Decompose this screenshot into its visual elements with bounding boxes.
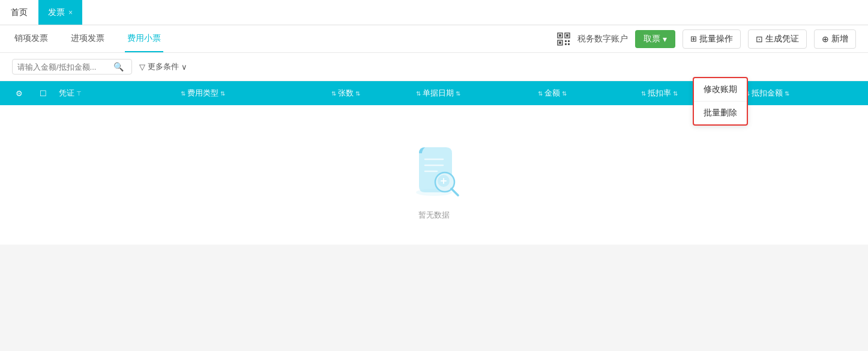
svg-rect-3: [566, 34, 568, 37]
nav-tab-label: 发票: [48, 7, 65, 18]
batch-dropdown-menu: 修改账期 批量删除: [693, 77, 748, 126]
tab-sales-invoice[interactable]: 销项发票: [12, 25, 50, 52]
th-count[interactable]: ⇅ 张数 ⇅: [327, 88, 411, 99]
sort-icon-date-l: ⇅: [416, 90, 421, 97]
th-type-label: 费用类型: [187, 88, 219, 99]
sort-icon-count-l: ⇅: [331, 90, 336, 97]
th-amount[interactable]: ⇅ 金额 ⇅: [533, 88, 636, 99]
dropdown-item-change-period[interactable]: 修改账期: [694, 78, 747, 101]
more-filter-button[interactable]: ▽ 更多条件 ∨: [139, 61, 187, 72]
filter-icon: ▽: [139, 63, 145, 72]
th-rate-label: 抵扣率: [648, 88, 671, 99]
svg-rect-9: [568, 43, 570, 45]
top-nav: 首页 发票 ×: [0, 0, 868, 25]
th-amount-label: 金额: [544, 88, 560, 99]
voucher-sort-icon: ⊤: [76, 90, 82, 97]
batch-operation-button[interactable]: ⊞ 批量操作: [683, 29, 741, 49]
svg-line-16: [451, 189, 458, 195]
th-date[interactable]: ⇅ 单据日期 ⇅: [411, 88, 533, 99]
deduct-sort-icon: ⇅: [785, 90, 789, 97]
sub-nav-right: 税务数字账户 取票 ▾ ⊞ 批量操作 ⊡ 生成凭证 ⊕ 新增: [557, 29, 856, 49]
sort-icon-amount-l: ⇅: [538, 90, 543, 97]
svg-rect-6: [565, 40, 567, 42]
sort-icon-rate-l: ⇅: [641, 90, 646, 97]
qr-icon: [557, 32, 570, 46]
search-input[interactable]: [17, 63, 113, 72]
tab-purchase-invoice[interactable]: 进项发票: [68, 25, 107, 52]
dropdown-item-batch-delete[interactable]: 批量删除: [694, 101, 747, 124]
tab-expense-ticket[interactable]: 费用小票: [125, 25, 163, 52]
more-filter-label: 更多条件: [148, 61, 179, 72]
th-settings[interactable]: ⚙: [6, 89, 32, 98]
add-icon: ⊕: [822, 34, 829, 44]
count-sort-icon: ⇅: [355, 90, 360, 97]
th-voucher-label: 凭证: [59, 88, 74, 99]
filter-arrow: ∨: [181, 63, 187, 72]
batch-label: 批量操作: [699, 34, 733, 44]
th-deduct-amount[interactable]: ⇅ 抵扣金额 ⇅: [740, 88, 862, 99]
svg-rect-7: [568, 40, 570, 42]
th-deduct-label: 抵扣金额: [752, 88, 783, 99]
th-date-label: 单据日期: [423, 88, 454, 99]
svg-rect-8: [565, 43, 567, 45]
get-ticket-button[interactable]: 取票 ▾: [635, 30, 675, 48]
nav-home[interactable]: 首页: [0, 0, 38, 25]
th-checkbox[interactable]: ☐: [32, 89, 54, 98]
type-sort-icon: ⇅: [220, 90, 225, 97]
qr-button[interactable]: [557, 32, 570, 46]
add-label: 新增: [831, 34, 848, 44]
svg-rect-1: [559, 34, 561, 37]
th-expense-type[interactable]: ⇅ 费用类型 ⇅: [176, 88, 326, 99]
nav-tab-close[interactable]: ×: [68, 8, 73, 17]
th-count-label: 张数: [338, 88, 354, 99]
nav-tab-invoice[interactable]: 发票 ×: [38, 0, 82, 25]
sort-icon-left: ⇅: [181, 90, 185, 97]
voucher-icon: ⊡: [756, 34, 763, 44]
voucher-label: 生成凭证: [765, 34, 799, 44]
sub-nav-left: 销项发票 进项发票 费用小票: [12, 25, 163, 52]
rate-sort-icon: ⇅: [673, 90, 678, 97]
date-sort-icon: ⇅: [456, 90, 460, 97]
settings-icon: ⚙: [16, 89, 23, 98]
add-button[interactable]: ⊕ 新增: [814, 29, 856, 49]
th-voucher[interactable]: 凭证 ⊤: [54, 88, 176, 99]
tax-digital-account-button[interactable]: 税务数字账户: [577, 34, 628, 44]
checkbox-icon: ☐: [40, 89, 47, 98]
generate-voucher-button[interactable]: ⊡ 生成凭证: [748, 29, 807, 49]
get-ticket-arrow: ▾: [663, 34, 667, 44]
svg-rect-5: [559, 41, 561, 44]
empty-state: 暂无数据: [0, 105, 868, 245]
search-icon[interactable]: 🔍: [113, 62, 124, 72]
empty-text: 暂无数据: [418, 210, 450, 221]
amount-sort-icon: ⇅: [562, 90, 567, 97]
get-ticket-label: 取票: [643, 34, 660, 44]
batch-icon: ⊞: [690, 34, 697, 43]
empty-illustration: [404, 141, 464, 201]
search-wrap: 🔍: [12, 59, 132, 75]
sub-nav: 销项发票 进项发票 费用小票 税务数字账户 取票 ▾ ⊞: [0, 25, 868, 53]
